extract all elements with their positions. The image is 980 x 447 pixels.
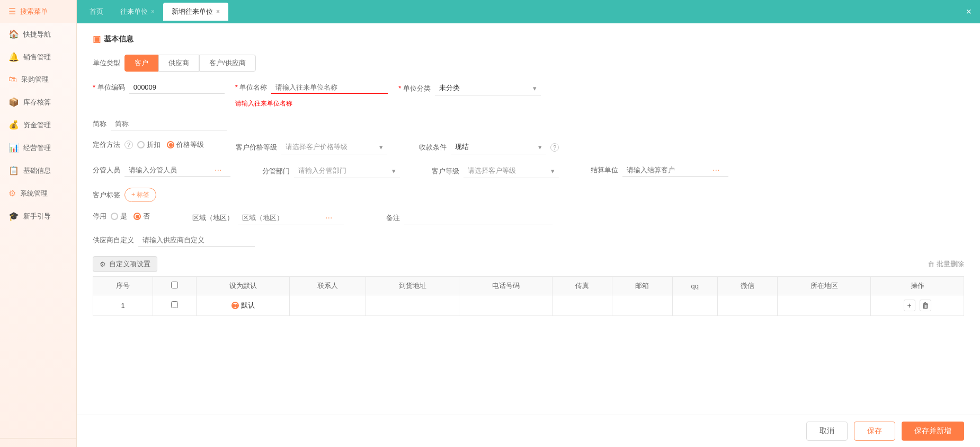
row-checkbox-0[interactable]	[171, 301, 178, 308]
table-select-all[interactable]	[171, 282, 178, 288]
delete-row-btn[interactable]: 🗑	[920, 300, 931, 311]
department-select[interactable]: 请输入分管部门 ▾	[294, 164, 400, 178]
sidebar: ☰ 搜索菜单 🏠 快捷导航 🔔 销售管理 🛍 采购管理 📦 库存核算 💰 资金管…	[0, 0, 77, 447]
sidebar-item-basic-info[interactable]: 📋 基础信息	[0, 159, 76, 182]
unit-code-input[interactable]	[129, 81, 225, 94]
table-cell-0-3	[289, 295, 366, 316]
sales-icon: 🔔	[8, 52, 19, 62]
unit-name-input[interactable]	[271, 81, 388, 94]
short-name-input[interactable]	[111, 118, 227, 130]
add-row-btn[interactable]: +	[904, 300, 915, 311]
disabled-yes-label: 是	[120, 212, 127, 221]
disabled-radio-yes[interactable]: 是	[111, 212, 127, 221]
pricing-radio-level[interactable]: 价格等级	[167, 140, 204, 150]
region-field: 区域（地区） ···	[192, 212, 344, 224]
purchase-icon: 🛍	[8, 75, 17, 84]
add-tag-btn[interactable]: + 标签	[124, 188, 156, 202]
pricing-radio-group: 折扣 价格等级	[137, 140, 204, 150]
department-field: 分管部门 请输入分管部门 ▾	[262, 164, 400, 178]
disabled-radio-group: 是 否	[111, 212, 150, 221]
pricing-row: 定价方法 ? 折扣 价格等级 客户价格等级 请选择客户价格等级	[93, 140, 964, 154]
sidebar-item-inventory[interactable]: 📦 库存核算	[0, 91, 76, 113]
sidebar-item-sales[interactable]: 🔔 销售管理	[0, 46, 76, 68]
batch-delete-btn[interactable]: 🗑 批量删除	[928, 259, 964, 269]
custom-settings-btn[interactable]: ⚙ 自定义项设置	[93, 256, 157, 272]
disabled-region-remark-row: 停用 是 否 区域（地区） ···	[93, 212, 964, 224]
unit-btn-supplier[interactable]: 供应商	[158, 55, 199, 72]
sidebar-label-system: 系统管理	[20, 189, 48, 198]
pricing-radio-discount-circle	[137, 141, 145, 148]
sidebar-item-guide[interactable]: 🎓 新手引导	[0, 205, 76, 227]
form-content: ▣ 基本信息 单位类型 客户 供应商 客户/供应商 单位编码 单位名称	[77, 23, 980, 415]
manager-field: 分管人员 ···	[93, 164, 230, 177]
pricing-radio-level-label: 价格等级	[176, 140, 204, 150]
price-level-select[interactable]: 请选择客户价格等级 ▾	[281, 140, 387, 154]
sidebar-item-operations[interactable]: 📊 经营管理	[0, 136, 76, 159]
tab-home[interactable]: 首页	[81, 3, 112, 21]
sidebar-item-purchase[interactable]: 🛍 采购管理	[0, 68, 76, 91]
region-more-btn[interactable]: ···	[325, 213, 332, 223]
remark-field: 备注	[386, 212, 553, 224]
manager-label: 分管人员	[93, 165, 120, 175]
unit-btn-both[interactable]: 客户/供应商	[199, 55, 256, 72]
pricing-help-icon[interactable]: ?	[124, 141, 133, 149]
tab-partner-list-label: 往来单位	[120, 7, 148, 16]
table-cell-0-2: 默认	[197, 295, 290, 316]
unit-category-select[interactable]: 未分类 ▾	[435, 81, 541, 95]
table-header-2: 设为默认	[197, 277, 290, 295]
manager-input[interactable]	[124, 164, 215, 176]
payment-terms-help-icon[interactable]: ?	[550, 143, 559, 152]
footer-bar: 取消 保存 保存并新增	[77, 415, 980, 447]
tab-bar: 首页 往来单位 × 新增往来单位 × ×	[77, 0, 980, 23]
sidebar-label-inventory: 库存核算	[23, 98, 51, 107]
sidebar-item-system[interactable]: ⚙ 系统管理	[0, 182, 76, 205]
operations-icon: 📊	[8, 143, 19, 153]
table-actions: ⚙ 自定义项设置 🗑 批量删除	[93, 256, 964, 272]
cancel-button[interactable]: 取消	[806, 422, 848, 441]
customer-level-select[interactable]: 请选择客户等级 ▾	[464, 164, 559, 178]
tab-partner-list[interactable]: 往来单位 ×	[112, 3, 163, 21]
payment-terms-value: 现结	[455, 142, 469, 152]
table-cell-0-10	[778, 295, 871, 316]
sidebar-search[interactable]: ☰ 搜索菜单	[0, 0, 76, 23]
settlement-unit-label: 结算单位	[591, 165, 618, 175]
sidebar-label-sales: 销售管理	[23, 52, 51, 62]
disabled-label: 停用	[93, 212, 106, 221]
unit-btn-customer[interactable]: 客户	[124, 55, 158, 72]
main-area: 首页 往来单位 × 新增往来单位 × × ▣ 基本信息 单位类型 客户 供应商 …	[77, 0, 980, 447]
tab-partner-list-close[interactable]: ×	[151, 8, 155, 15]
pricing-radio-discount[interactable]: 折扣	[137, 140, 161, 150]
custom-settings-icon: ⚙	[100, 260, 106, 268]
sidebar-item-finance[interactable]: 💰 资金管理	[0, 113, 76, 136]
settlement-more-btn[interactable]: ···	[712, 165, 719, 175]
save-button[interactable]: 保存	[854, 422, 895, 441]
payment-terms-select[interactable]: 现结 ▾	[451, 140, 546, 154]
supplier-custom-label: 供应商自定义	[93, 235, 134, 245]
manager-row: 分管人员 ··· 分管部门 请输入分管部门 ▾ 客户等级 请选择客户等级 ▾	[93, 164, 964, 178]
tab-bar-close-all[interactable]: ×	[961, 4, 976, 20]
manager-more-btn[interactable]: ···	[215, 165, 221, 175]
save-new-button[interactable]: 保存并新增	[902, 422, 964, 441]
table-header-11: 操作	[871, 277, 964, 295]
sidebar-item-quick-nav[interactable]: 🏠 快捷导航	[0, 23, 76, 46]
sidebar-label-quick-nav: 快捷导航	[23, 30, 51, 39]
table-cell-0-0: 1	[93, 295, 153, 316]
disabled-radio-no[interactable]: 否	[133, 212, 150, 221]
table-header-4: 到货地址	[366, 277, 459, 295]
sidebar-label-operations: 经营管理	[23, 143, 51, 153]
settlement-unit-field: 结算单位 ···	[591, 164, 728, 177]
disabled-yes-circle	[111, 213, 118, 220]
price-level-placeholder: 请选择客户价格等级	[286, 142, 348, 152]
settlement-input[interactable]	[622, 164, 712, 176]
table-cell-0-5	[459, 295, 553, 316]
add-tag-label: + 标签	[131, 190, 149, 199]
remark-input[interactable]	[404, 212, 553, 224]
region-input[interactable]	[238, 212, 325, 224]
table-header-8: qq	[672, 277, 717, 295]
tab-add-partner[interactable]: 新增往来单位 ×	[163, 3, 228, 21]
table-header-6: 传真	[553, 277, 612, 295]
department-arrow: ▾	[392, 167, 396, 175]
supplier-custom-input[interactable]	[138, 234, 255, 247]
tab-add-partner-close[interactable]: ×	[216, 8, 220, 15]
short-name-label: 简称	[93, 119, 106, 129]
